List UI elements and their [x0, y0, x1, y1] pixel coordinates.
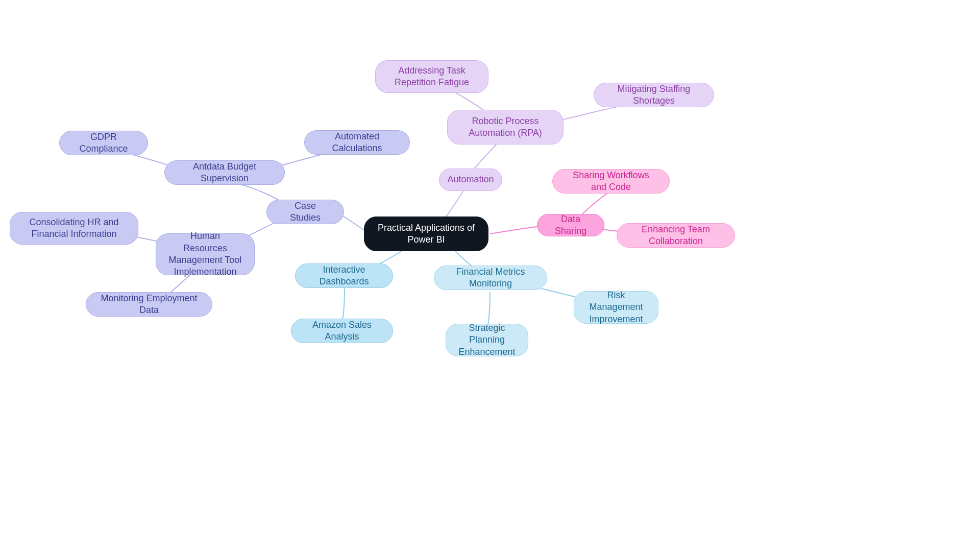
- node-staffing[interactable]: Mitigating Staffing Shortages: [594, 83, 714, 107]
- node-collab[interactable]: Enhancing Team Collaboration: [617, 223, 735, 248]
- node-case-studies[interactable]: Case Studies: [266, 200, 344, 224]
- data-sharing-label: Data Sharing: [550, 213, 592, 237]
- node-risk[interactable]: Risk Management Improvement: [574, 291, 658, 324]
- staffing-label: Mitigating Staffing Shortages: [606, 83, 701, 107]
- node-amazon[interactable]: Amazon Sales Analysis: [291, 319, 393, 343]
- automation-label: Automation: [447, 174, 494, 185]
- auto-calc-label: Automated Calculations: [317, 131, 397, 155]
- antdata-label: Antdata Budget Supervision: [177, 161, 272, 185]
- financial-label: Financial Metrics Monitoring: [447, 266, 534, 290]
- node-dashboards[interactable]: Interactive Dashboards: [295, 263, 393, 288]
- node-data-sharing[interactable]: Data Sharing: [537, 214, 604, 236]
- node-auto-calc[interactable]: Automated Calculations: [304, 130, 410, 155]
- node-workflows[interactable]: Sharing Workflows and Code: [552, 169, 670, 194]
- monitoring-label: Monitoring Employment Data: [99, 293, 200, 317]
- node-monitoring[interactable]: Monitoring Employment Data: [86, 292, 212, 317]
- strategic-label: Strategic Planning Enhancement: [458, 322, 516, 358]
- node-hr-tool[interactable]: Human Resources Management Tool Implemen…: [156, 233, 255, 275]
- collab-label: Enhancing Team Collaboration: [629, 224, 722, 248]
- node-consolidating[interactable]: Consolidating HR and Financial Informati…: [10, 212, 138, 245]
- node-strategic[interactable]: Strategic Planning Enhancement: [446, 324, 528, 356]
- hr-tool-label: Human Resources Management Tool Implemen…: [168, 230, 242, 278]
- workflows-label: Sharing Workflows and Code: [565, 170, 657, 194]
- node-gdpr[interactable]: GDPR Compliance: [59, 131, 148, 155]
- node-rpa[interactable]: Robotic Process Automation (RPA): [447, 110, 564, 145]
- gdpr-label: GDPR Compliance: [72, 131, 135, 155]
- dashboards-label: Interactive Dashboards: [308, 264, 380, 288]
- case-studies-label: Case Studies: [279, 200, 331, 224]
- amazon-label: Amazon Sales Analysis: [304, 319, 380, 343]
- node-financial[interactable]: Financial Metrics Monitoring: [434, 266, 547, 290]
- root-label: Practical Applications of Power BI: [377, 222, 476, 246]
- consolidating-label: Consolidating HR and Financial Informati…: [22, 217, 126, 241]
- risk-label: Risk Management Improvement: [586, 290, 646, 325]
- root-node[interactable]: Practical Applications of Power BI: [364, 217, 488, 251]
- rpa-label: Robotic Process Automation (RPA): [460, 115, 551, 139]
- fatigue-label: Addressing Task Repetition Fatigue: [388, 65, 476, 89]
- node-antdata[interactable]: Antdata Budget Supervision: [164, 160, 285, 185]
- node-fatigue[interactable]: Addressing Task Repetition Fatigue: [375, 60, 488, 93]
- node-automation[interactable]: Automation: [439, 169, 502, 191]
